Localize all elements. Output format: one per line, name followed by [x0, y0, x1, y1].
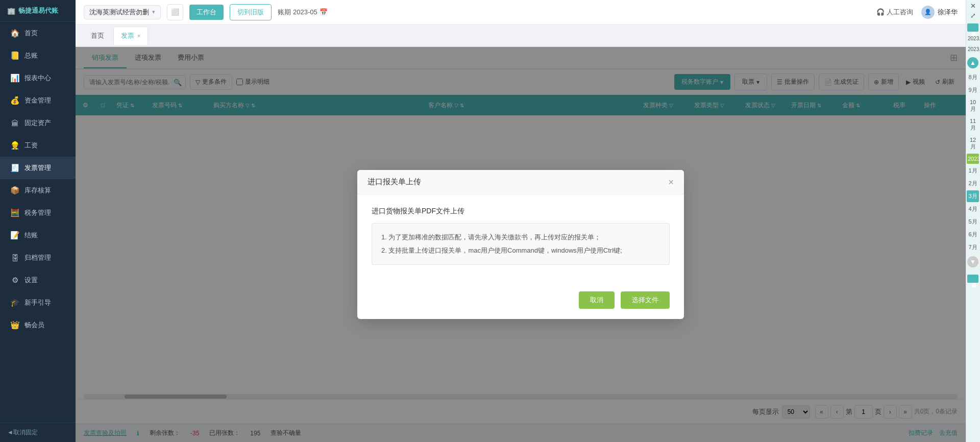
- chevron-down-icon: ▾: [152, 9, 155, 15]
- modal-close-button[interactable]: ×: [668, 178, 674, 187]
- period-item-10月[interactable]: 10月: [967, 97, 979, 115]
- modal-header: 进口报关单上传 ×: [357, 170, 684, 194]
- period-item-8月[interactable]: 8月: [967, 71, 979, 83]
- period-item-5月[interactable]: 5月: [967, 216, 979, 228]
- period-item-3月[interactable]: 3月: [967, 190, 979, 202]
- period-list: 2023.03 2023.03 ▲ 8月 9月 10月 11月 12月 2023…: [966, 32, 980, 272]
- panel-expand-icon[interactable]: ⤢: [970, 12, 976, 19]
- sidebar: 🏢 畅捷通易代账 🏠 首页 📒 总账 📊 报表中心 💰 资金管理 🏛: [0, 0, 76, 442]
- sidebar-logo: 🏢 畅捷通易代账: [0, 0, 76, 22]
- company-name: 沈海英测试经营勿删: [89, 8, 149, 17]
- tab-invoice-label: 发票: [121, 31, 134, 40]
- modal-cancel-button[interactable]: 取消: [579, 291, 615, 309]
- sidebar-item-label: 结账: [24, 231, 38, 240]
- panel-up-arrow[interactable]: ▲: [967, 57, 978, 68]
- home-icon: 🏠: [10, 29, 19, 38]
- tab-invoice[interactable]: 发票 ×: [113, 27, 148, 45]
- user-label: 徐泽华: [938, 8, 958, 17]
- calendar-icon[interactable]: 📅: [320, 8, 328, 16]
- sidebar-item-vip[interactable]: 👑 畅会员: [0, 314, 76, 336]
- sidebar-item-settle[interactable]: 📝 结账: [0, 224, 76, 247]
- company-selector[interactable]: 沈海英测试经营勿删 ▾: [84, 5, 161, 19]
- sidebar-item-label: 工资: [24, 141, 38, 150]
- modal-info-item-1: 1. 为了更加稀准的数据匹配，请先录入海关缴款书，再上传对应的报关单；: [381, 231, 660, 244]
- tab-close-icon[interactable]: ×: [137, 33, 140, 39]
- sidebar-item-archive[interactable]: 🗄 归档管理: [0, 247, 76, 269]
- period-item-11月[interactable]: 11月: [967, 116, 979, 134]
- assets-icon: 🏛: [10, 119, 19, 128]
- period-item-0[interactable]: 2023.03: [967, 34, 979, 43]
- period-display: 账期 2023-05 📅: [278, 8, 328, 17]
- period-item-7月[interactable]: 7月: [967, 241, 979, 253]
- period-item-2023[interactable]: 2023: [967, 154, 979, 164]
- period-item-1月[interactable]: 1月: [967, 165, 979, 177]
- workspace-button[interactable]: 工作台: [189, 5, 224, 20]
- header-right: 🎧 人工咨询 👤 徐泽华: [876, 6, 958, 19]
- header-icon-btn[interactable]: ⬜: [167, 4, 183, 20]
- sidebar-item-label: 发票管理: [24, 163, 51, 173]
- modal-footer: 取消 选择文件: [357, 285, 684, 319]
- report-icon: 📊: [10, 73, 19, 83]
- sidebar-item-label: 库存核算: [24, 186, 51, 195]
- avatar: 👤: [921, 6, 935, 19]
- ledger-icon: 📒: [10, 51, 19, 60]
- user-info[interactable]: 👤 徐泽华: [921, 6, 958, 19]
- period-item-2月[interactable]: 2月: [967, 178, 979, 189]
- modal-dialog: 进口报关单上传 × 进口货物报关单PDF文件上传 1. 为了更加稀准的数据匹配，…: [357, 170, 684, 319]
- main-content: 沈海英测试经营勿删 ▾ ⬜ 工作台 切到旧版 账期 2023-05 📅 🎧 人工…: [76, 0, 966, 442]
- sidebar-item-label: 设置: [24, 276, 38, 285]
- headset-icon: 🎧: [876, 8, 885, 16]
- sidebar-item-report[interactable]: 📊 报表中心: [0, 67, 76, 89]
- sidebar-collapse-label: ◄取消固定: [7, 428, 38, 437]
- modal-select-file-button[interactable]: 选择文件: [621, 291, 670, 309]
- guide-icon: 🎓: [10, 298, 19, 307]
- tab-home-label: 首页: [91, 32, 104, 39]
- sidebar-item-ledger[interactable]: 📒 总账: [0, 44, 76, 67]
- invoice-icon: 🧾: [10, 163, 19, 173]
- modal-info-item-2: 2. 支持批量上传进口报关单，mac用户使用Command键，windows用户…: [381, 244, 660, 257]
- sidebar-item-home[interactable]: 🏠 首页: [0, 22, 76, 44]
- sidebar-item-label: 资金管理: [24, 96, 51, 105]
- switch-version-button[interactable]: 切到旧版: [230, 4, 272, 20]
- settings-icon: ⚙: [10, 276, 19, 285]
- sidebar-item-inventory[interactable]: 📦 库存核算: [0, 179, 76, 202]
- sidebar-item-label: 税务管理: [24, 208, 51, 217]
- tax-icon: 🧮: [10, 208, 19, 217]
- page-area: 销项发票 进项发票 费用小票 ⊞ 🔍 ▽: [76, 47, 966, 442]
- tabs-row: 首页 发票 ×: [76, 24, 966, 47]
- period-item-1[interactable]: 2023.03: [967, 44, 979, 54]
- period-item-12月[interactable]: 12月: [967, 135, 979, 153]
- period-value: 2023-05: [293, 8, 317, 16]
- panel-down-arrow[interactable]: ▼: [967, 256, 978, 267]
- top-header: 沈海英测试经营勿删 ▾ ⬜ 工作台 切到旧版 账期 2023-05 📅 🎧 人工…: [76, 0, 966, 24]
- period-select-label[interactable]: 期间选择: [967, 23, 978, 32]
- ticket-date-label[interactable]: 开票日期: [967, 275, 978, 283]
- period-item-4月[interactable]: 4月: [967, 203, 979, 215]
- tab-home[interactable]: 首页: [84, 27, 111, 44]
- logo-icon: 🏢: [7, 7, 15, 15]
- sidebar-collapse-btn[interactable]: ◄取消固定: [0, 423, 76, 442]
- sidebar-item-tax[interactable]: 🧮 税务管理: [0, 202, 76, 224]
- user-icon: 👤: [924, 9, 932, 15]
- finance-icon: 💰: [10, 96, 19, 105]
- modal-overlay[interactable]: 进口报关单上传 × 进口货物报关单PDF文件上传 1. 为了更加稀准的数据匹配，…: [76, 47, 966, 442]
- archive-icon: 🗄: [10, 254, 19, 262]
- sidebar-item-invoice[interactable]: 🧾 发票管理: [0, 157, 76, 179]
- sidebar-item-guide[interactable]: 🎓 新手引导: [0, 291, 76, 314]
- copy-icon: ⬜: [171, 8, 179, 16]
- service-button[interactable]: 🎧 人工咨询: [876, 8, 913, 17]
- sidebar-nav: 🏠 首页 📒 总账 📊 报表中心 💰 资金管理 🏛 固定资产 👷 工资: [0, 22, 76, 423]
- sidebar-item-label: 畅会员: [24, 321, 44, 330]
- sidebar-item-assets[interactable]: 🏛 固定资产: [0, 112, 76, 134]
- period-item-9月[interactable]: 9月: [967, 84, 979, 96]
- sidebar-item-label: 新手引导: [24, 298, 51, 307]
- sidebar-item-payroll[interactable]: 👷 工资: [0, 134, 76, 157]
- sidebar-item-settings[interactable]: ⚙ 设置: [0, 269, 76, 291]
- right-panel: ✕ ⤢ 期间选择 2023.03 2023.03 ▲ 8月 9月 10月 11月…: [966, 0, 980, 442]
- period-item-6月[interactable]: 6月: [967, 229, 979, 240]
- sidebar-item-label: 固定资产: [24, 118, 51, 128]
- sidebar-item-finance[interactable]: 💰 资金管理: [0, 89, 76, 112]
- modal-section-title: 进口货物报关单PDF文件上传: [372, 207, 670, 216]
- panel-close-icon[interactable]: ✕: [970, 2, 976, 10]
- modal-info-box: 1. 为了更加稀准的数据匹配，请先录入海关缴款书，再上传对应的报关单； 2. 支…: [372, 223, 670, 265]
